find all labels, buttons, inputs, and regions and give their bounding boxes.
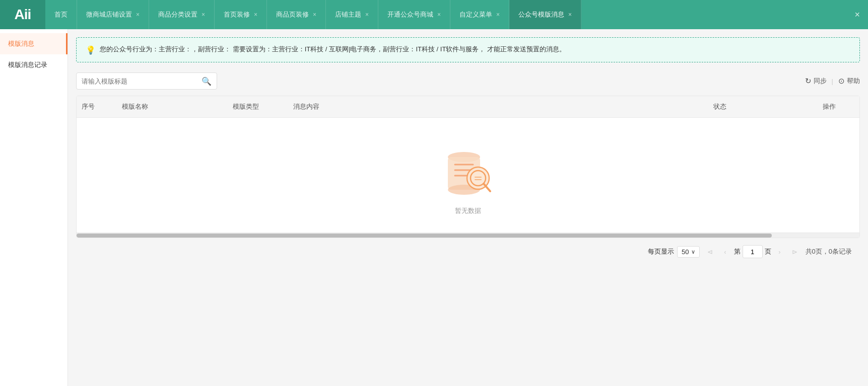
tab-close-product[interactable]: × [313,11,316,18]
sidebar-item-template-msg[interactable]: 模版消息 [0,33,68,54]
empty-text: 暂无数据 [455,206,481,215]
page-first-button[interactable]: ⊲ [704,245,717,258]
nav-tabs: 首页微商城店铺设置×商品分类设置×首页装修×商品页装修×店铺主题×开通公众号商城… [45,0,868,29]
col-action: 操作 [799,96,859,117]
page-unit: 页 [765,247,771,256]
page-label: 第 [734,247,741,256]
scrollbar-thumb[interactable] [77,234,772,238]
page-last-button[interactable]: ⊳ [788,245,802,258]
empty-state: 暂无数据 [77,118,859,230]
search-input-wrap[interactable]: 🔍 [76,72,217,90]
tab-homepage[interactable]: 首页装修× [215,0,267,29]
tab-product[interactable]: 商品页装修× [267,0,326,29]
search-input[interactable] [82,78,202,85]
sync-button[interactable]: ↻ 同步 [805,76,827,86]
search-bar: 🔍 ↻ 同步 | ⊙ 帮助 [76,72,860,90]
tab-mall[interactable]: 开通公众号商城× [378,0,450,29]
notice-icon: 💡 [86,45,96,55]
col-status: 状态 [708,96,799,117]
tab-close-mall[interactable]: × [437,11,441,18]
notice-text: 您的公众号行业为：主营行业：，副营行业： 需要设置为：主营行业：IT科技 / 互… [100,45,566,54]
top-nav: Aii 首页微商城店铺设置×商品分类设置×首页装修×商品页装修×店铺主题×开通公… [0,0,868,29]
tab-close-wshop[interactable]: × [136,11,140,18]
tab-template[interactable]: 公众号模版消息× [509,0,581,29]
tab-menu[interactable]: 自定义菜单× [450,0,509,29]
page-nav: ⊲ ‹ 第 页 › ⊳ [704,245,802,258]
search-actions: ↻ 同步 | ⊙ 帮助 [805,76,860,86]
tab-category[interactable]: 商品分类设置× [149,0,215,29]
scrollbar-area[interactable] [77,233,859,238]
layout: 模版消息模版消息记录 💡 您的公众号行业为：主营行业：，副营行业： 需要设置为：… [0,29,868,386]
pagination: 每页显示 50 ∨ ⊲ ‹ 第 页 › ⊳ 共0页，0条记录 [76,238,860,265]
col-seq: 序号 [77,96,117,117]
table-header: 序号 模版名称 模版类型 消息内容 状态 操作 [77,96,859,118]
help-icon: ⊙ [838,76,845,86]
col-content: 消息内容 [288,96,708,117]
tab-wshop[interactable]: 微商城店铺设置× [77,0,149,29]
close-all-button[interactable]: × [854,10,860,20]
tab-theme[interactable]: 店铺主题× [326,0,378,29]
help-button[interactable]: ⊙ 帮助 [838,76,860,86]
tab-close-category[interactable]: × [202,11,205,18]
sync-icon: ↻ [805,76,812,86]
sidebar: 模版消息模版消息记录 [0,29,68,386]
page-total: 共0页，0条记录 [806,247,852,256]
tab-close-homepage[interactable]: × [254,11,257,18]
tab-close-template[interactable]: × [568,11,572,18]
per-page-dropdown[interactable]: 50 ∨ [677,246,699,258]
tab-home[interactable]: 首页 [45,0,77,29]
col-type: 模版类型 [228,96,288,117]
table-wrapper: 序号 模版名称 模版类型 消息内容 状态 操作 [76,96,860,238]
page-next-button[interactable]: › [773,245,786,258]
tab-close-menu[interactable]: × [496,11,500,18]
main-content: 💡 您的公众号行业为：主营行业：，副营行业： 需要设置为：主营行业：IT科技 /… [68,29,868,386]
search-icon[interactable]: 🔍 [202,76,212,86]
per-page-select: 每页显示 50 ∨ [648,246,699,258]
per-page-label: 每页显示 [648,247,674,256]
sidebar-item-template-log[interactable]: 模版消息记录 [0,54,68,75]
empty-illustration [438,138,498,198]
col-name: 模版名称 [117,96,228,117]
page-input[interactable] [743,245,763,258]
dropdown-arrow-icon: ∨ [691,249,695,255]
divider: | [832,78,833,85]
app-logo: Aii [0,0,45,29]
tab-close-theme[interactable]: × [365,11,369,18]
notice-box: 💡 您的公众号行业为：主营行业：，副营行业： 需要设置为：主营行业：IT科技 /… [76,37,860,62]
page-prev-button[interactable]: ‹ [719,245,732,258]
